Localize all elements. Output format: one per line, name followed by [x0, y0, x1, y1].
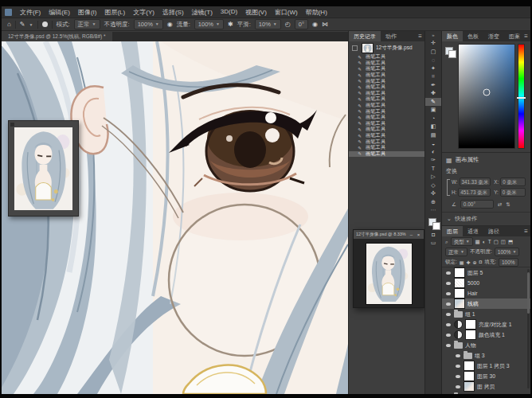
filter-shape-icon[interactable]: ▢: [494, 239, 499, 245]
transform-field[interactable]: Y:0 毫米: [494, 188, 526, 197]
history-entry[interactable]: ✎ 画笔工具: [349, 127, 424, 133]
tool-button[interactable]: ◐: [425, 148, 441, 157]
angle-field[interactable]: 0°: [295, 19, 308, 29]
visibility-eye-icon[interactable]: [444, 313, 452, 316]
lock-paint-icon[interactable]: ✚: [466, 259, 470, 265]
menu-item[interactable]: 编辑(E): [45, 8, 74, 17]
tool-button[interactable]: ✣: [425, 189, 441, 198]
history-entry[interactable]: ✎ 画笔工具: [349, 72, 424, 79]
history-source-checkbox[interactable]: [352, 45, 358, 51]
layer-mask-thumbnail[interactable]: [465, 319, 476, 330]
home-icon[interactable]: ⌂: [7, 21, 11, 28]
lock-transparency-icon[interactable]: ▦: [460, 259, 464, 265]
color-picker-cursor[interactable]: [483, 88, 491, 96]
layer-thumbnail[interactable]: [454, 278, 465, 288]
chevron-down-icon[interactable]: ▼: [29, 22, 33, 27]
layer-row[interactable]: 颜色填充 1: [442, 330, 530, 340]
tool-button[interactable]: ▷: [425, 173, 441, 181]
tool-button[interactable]: ◇: [425, 181, 441, 190]
tool-button[interactable]: T: [425, 165, 441, 174]
visibility-eye-icon[interactable]: [444, 344, 452, 347]
link-dimensions-icon[interactable]: [447, 179, 450, 196]
layer-thumbnail[interactable]: [454, 267, 465, 278]
menu-item[interactable]: 文件(F): [16, 8, 45, 17]
color-swatch-pair-icon[interactable]: [445, 47, 455, 57]
layer-blend-mode-select[interactable]: 正常▼: [445, 248, 467, 256]
close-icon[interactable]: [10, 123, 14, 127]
layer-thumbnail[interactable]: [454, 288, 465, 298]
brush-tip-preview-icon[interactable]: [42, 21, 48, 27]
visibility-eye-icon[interactable]: [444, 282, 452, 285]
lock-all-icon[interactable]: ◘: [479, 259, 483, 264]
toolbar-collapse-icon[interactable]: »: [425, 31, 441, 39]
visibility-eye-icon[interactable]: [454, 375, 461, 378]
panel-tab[interactable]: 动作: [381, 31, 401, 41]
layer-row[interactable]: 5000: [442, 278, 530, 288]
pressure-opacity-icon[interactable]: ◉: [167, 21, 173, 28]
tool-button[interactable]: ▣: [425, 106, 441, 115]
tool-button[interactable]: ◌: [425, 56, 441, 64]
menu-item[interactable]: 帮助(H): [302, 8, 331, 17]
history-entry[interactable]: ✎ 画笔工具: [349, 60, 424, 67]
transform-field[interactable]: X:0 毫米: [494, 178, 526, 186]
opacity-select[interactable]: 100%▼: [134, 19, 163, 29]
hue-slider-marker[interactable]: [517, 97, 526, 99]
background-color-swatch[interactable]: [432, 222, 440, 230]
tool-button[interactable]: ✦: [425, 64, 441, 73]
panel-tab[interactable]: 历史记录: [349, 31, 381, 41]
layer-row[interactable]: 组 1: [442, 309, 530, 319]
close-icon[interactable]: ×: [416, 232, 421, 237]
tool-button[interactable]: ✎: [425, 98, 441, 107]
panel-menu-icon[interactable]: ≡: [418, 31, 422, 41]
layer-thumbnail[interactable]: [464, 361, 475, 371]
layer-row[interactable]: Hair: [442, 288, 530, 298]
panel-tab[interactable]: 色板: [463, 31, 483, 41]
history-entry[interactable]: ✎ 画笔工具: [349, 108, 424, 115]
menu-item[interactable]: 滤镜(T): [188, 8, 217, 17]
panel-tab[interactable]: 渐变: [483, 31, 504, 41]
panel-tab[interactable]: 图层: [442, 226, 463, 236]
menu-item[interactable]: 文字(Y): [129, 8, 158, 17]
menu-item[interactable]: 选择(S): [158, 8, 188, 17]
hue-slider[interactable]: [518, 44, 525, 149]
tool-button[interactable]: ⊕: [425, 198, 441, 207]
visibility-eye-icon[interactable]: [444, 292, 452, 295]
panel-menu-icon[interactable]: ≡: [524, 226, 528, 236]
history-entry[interactable]: ✎ 画笔工具: [349, 115, 424, 121]
document-tab[interactable]: 12寸半身像.psd @ 12.5%(线稿, RGB/8#) *: [2, 32, 112, 41]
brush-angle-icon[interactable]: ◴: [285, 21, 291, 28]
tool-button[interactable]: ◔: [425, 115, 441, 123]
tool-button[interactable]: ✚: [425, 89, 441, 98]
flow-select[interactable]: 100%▼: [194, 19, 224, 29]
filter-type-icon[interactable]: T: [488, 239, 491, 244]
layer-thumbnail[interactable]: [454, 330, 463, 339]
history-entry[interactable]: ✎ 画笔工具: [349, 96, 424, 103]
app-icon[interactable]: [5, 9, 12, 16]
brush-preset-icon[interactable]: ✎: [20, 21, 25, 28]
symmetry-icon[interactable]: ⋈: [322, 21, 328, 28]
visibility-eye-icon[interactable]: [444, 302, 452, 306]
canvas[interactable]: [2, 41, 348, 394]
blend-mode-select[interactable]: 正常▼: [74, 19, 100, 29]
floating-document-window[interactable]: 12寸半身像.psd @ 8.33% – ×: [353, 229, 424, 308]
history-entry[interactable]: ✎ 画笔工具: [349, 66, 424, 72]
menu-item[interactable]: 图像(I): [74, 8, 101, 17]
visibility-eye-icon[interactable]: [444, 271, 452, 275]
visibility-eye-icon[interactable]: [454, 385, 461, 388]
layer-thumbnail[interactable]: [464, 381, 475, 392]
minimize-icon[interactable]: –: [409, 232, 414, 237]
quick-mask-button[interactable]: ◘: [425, 230, 441, 239]
layer-row[interactable]: 图层 1 拷贝 3: [442, 361, 530, 371]
layer-thumbnail[interactable]: [454, 342, 463, 349]
flip-horizontal-icon[interactable]: ⇄: [498, 201, 502, 208]
tool-button[interactable]: ✑: [425, 156, 441, 165]
menu-item[interactable]: 窗口(W): [271, 8, 302, 17]
tool-button[interactable]: ◧: [425, 123, 441, 131]
panel-tab[interactable]: 颜色: [442, 31, 463, 41]
tool-button[interactable]: ⋯: [425, 206, 441, 215]
transform-field[interactable]: W:341.33 毫米: [452, 178, 491, 186]
panel-menu-icon[interactable]: ≡: [524, 31, 528, 41]
layer-row[interactable]: 人物: [442, 340, 530, 350]
panel-tab[interactable]: 图案: [504, 31, 525, 41]
quick-actions-row[interactable]: ⌄ 快速操作: [442, 212, 530, 225]
